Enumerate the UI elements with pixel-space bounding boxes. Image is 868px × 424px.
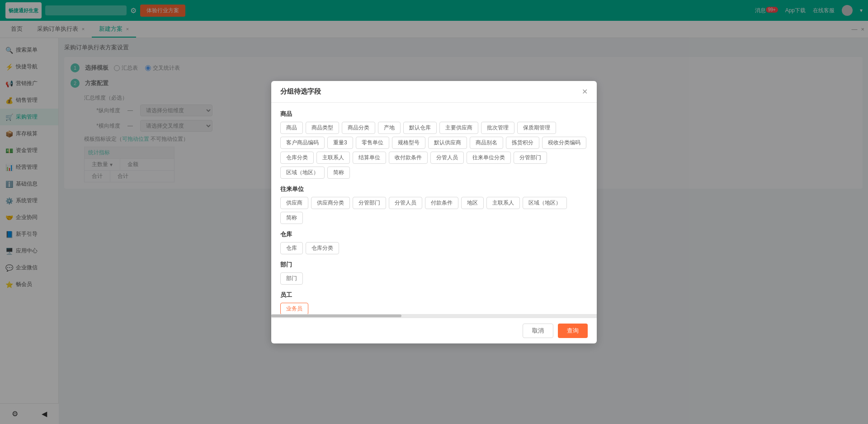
field-default-supplier[interactable]: 默认供应商 xyxy=(428,137,467,149)
dept-field-list: 部门 xyxy=(280,272,588,285)
modal-overlay[interactable]: 分组待选字段 ✕ 商品 商品 商品类型 商品分类 产地 默认仓库 主要供应商 批… xyxy=(0,0,868,424)
partner-field-list: 供应商 供应商分类 分管部门 分管人员 付款条件 地区 主联系人 区域（地区） … xyxy=(280,197,588,224)
field-weight3[interactable]: 重量3 xyxy=(327,137,353,149)
field-warehouse[interactable]: 仓库 xyxy=(280,242,303,254)
field-select-modal: 分组待选字段 ✕ 商品 商品 商品类型 商品分类 产地 默认仓库 主要供应商 批… xyxy=(271,81,597,343)
field-region-partner[interactable]: 区域（地区） xyxy=(523,197,567,209)
field-abbreviation-partner[interactable]: 简称 xyxy=(280,212,303,224)
field-goods-category[interactable]: 商品分类 xyxy=(342,122,375,134)
field-expiry-mgmt[interactable]: 保质期管理 xyxy=(517,122,556,134)
employee-field-list: 业务员 xyxy=(280,303,588,314)
modal-horizontal-scrollbar[interactable] xyxy=(271,314,597,318)
section-employee-title: 员工 xyxy=(280,291,588,299)
field-retail-unit[interactable]: 零售单位 xyxy=(356,137,389,149)
field-supplier[interactable]: 供应商 xyxy=(280,197,308,209)
modal-close-button[interactable]: ✕ xyxy=(582,87,588,96)
field-settlement-unit[interactable]: 结算单位 xyxy=(353,152,386,164)
section-department-title: 部门 xyxy=(280,261,588,269)
field-pick-points[interactable]: 拣货积分 xyxy=(506,137,539,149)
field-goods-type[interactable]: 商品类型 xyxy=(306,122,339,134)
modal-hscroll-thumb[interactable] xyxy=(271,314,401,317)
modal-title: 分组待选字段 xyxy=(280,87,321,96)
section-department: 部门 部门 xyxy=(280,261,588,285)
field-spec-model[interactable]: 规格型号 xyxy=(392,137,425,149)
field-region-goods[interactable]: 区域（地区） xyxy=(280,167,325,179)
field-main-supplier[interactable]: 主要供应商 xyxy=(439,122,478,134)
section-partner-title: 往来单位 xyxy=(280,185,588,193)
section-warehouse: 仓库 仓库 仓库分类 xyxy=(280,230,588,254)
field-area[interactable]: 地区 xyxy=(461,197,484,209)
field-supervisor[interactable]: 分管人员 xyxy=(430,152,464,164)
field-main-contact[interactable]: 主联系人 xyxy=(316,152,350,164)
field-partner-supervisor[interactable]: 分管人员 xyxy=(389,197,422,209)
section-employee: 员工 业务员 xyxy=(280,291,588,314)
field-warehouse-category[interactable]: 仓库分类 xyxy=(280,152,314,164)
field-abbreviation-goods[interactable]: 简称 xyxy=(327,167,350,179)
section-partner: 往来单位 供应商 供应商分类 分管部门 分管人员 付款条件 地区 主联系人 区域… xyxy=(280,185,588,224)
field-customer-code[interactable]: 客户商品编码 xyxy=(280,137,325,149)
field-supplier-category[interactable]: 供应商分类 xyxy=(311,197,350,209)
section-goods-title: 商品 xyxy=(280,110,588,118)
field-goods[interactable]: 商品 xyxy=(280,122,303,134)
field-payment-terms[interactable]: 收付款条件 xyxy=(389,152,428,164)
field-default-warehouse[interactable]: 默认仓库 xyxy=(403,122,437,134)
field-warehouse-cat[interactable]: 仓库分类 xyxy=(306,242,339,254)
field-department[interactable]: 部门 xyxy=(280,272,303,285)
field-origin[interactable]: 产地 xyxy=(378,122,401,134)
modal-header: 分组待选字段 ✕ xyxy=(271,81,597,103)
field-batch-mgmt[interactable]: 批次管理 xyxy=(481,122,514,134)
field-partner-contact[interactable]: 主联系人 xyxy=(486,197,520,209)
field-pay-terms[interactable]: 付款条件 xyxy=(425,197,458,209)
warehouse-field-list: 仓库 仓库分类 xyxy=(280,242,588,254)
field-goods-alias[interactable]: 商品别名 xyxy=(470,137,503,149)
field-salesperson[interactable]: 业务员 xyxy=(280,303,308,314)
field-partner-dept[interactable]: 分管部门 xyxy=(353,197,386,209)
cancel-button[interactable]: 取消 xyxy=(523,324,553,338)
field-dept[interactable]: 分管部门 xyxy=(514,152,547,164)
confirm-button[interactable]: 查询 xyxy=(558,324,588,338)
field-partner-category[interactable]: 往来单位分类 xyxy=(467,152,511,164)
section-goods: 商品 商品 商品类型 商品分类 产地 默认仓库 主要供应商 批次管理 保质期管理… xyxy=(280,110,588,179)
field-tax-code[interactable]: 税收分类编码 xyxy=(542,137,586,149)
goods-field-list: 商品 商品类型 商品分类 产地 默认仓库 主要供应商 批次管理 保质期管理 客户… xyxy=(280,122,588,179)
modal-body: 商品 商品 商品类型 商品分类 产地 默认仓库 主要供应商 批次管理 保质期管理… xyxy=(271,103,597,314)
section-warehouse-title: 仓库 xyxy=(280,230,588,238)
modal-footer: 取消 查询 xyxy=(271,318,597,343)
